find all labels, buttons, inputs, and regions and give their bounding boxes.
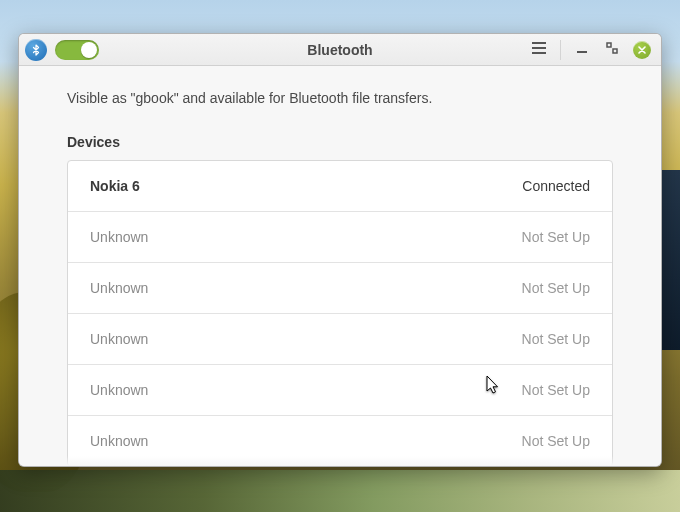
visibility-description: Visible as "gbook" and available for Blu…: [67, 90, 613, 106]
device-list: Nokia 6ConnectedUnknownNot Set UpUnknown…: [67, 160, 613, 466]
hamburger-icon: [532, 42, 546, 57]
hamburger-menu-button[interactable]: [526, 38, 552, 62]
device-name: Unknown: [90, 280, 148, 296]
separator: [560, 40, 561, 60]
svg-rect-2: [613, 49, 617, 53]
device-name: Unknown: [90, 229, 148, 245]
device-row[interactable]: UnknownNot Set Up: [68, 263, 612, 314]
device-name: Nokia 6: [90, 178, 140, 194]
maximize-icon: [606, 42, 618, 57]
device-row[interactable]: UnknownNot Set Up: [68, 416, 612, 466]
content-area: Visible as "gbook" and available for Blu…: [19, 66, 661, 466]
devices-heading: Devices: [67, 134, 613, 150]
device-name: Unknown: [90, 331, 148, 347]
bluetooth-toggle[interactable]: [55, 40, 99, 60]
maximize-button[interactable]: [599, 38, 625, 62]
minimize-button[interactable]: [569, 38, 595, 62]
titlebar-right-group: [526, 38, 655, 62]
device-status: Not Set Up: [522, 280, 590, 296]
toggle-knob: [81, 42, 97, 58]
device-row[interactable]: Nokia 6Connected: [68, 161, 612, 212]
device-row[interactable]: UnknownNot Set Up: [68, 365, 612, 416]
svg-rect-0: [577, 51, 587, 53]
bluetooth-icon: [25, 39, 47, 61]
svg-rect-1: [607, 43, 611, 47]
device-name: Unknown: [90, 382, 148, 398]
minimize-icon: [576, 42, 588, 57]
wallpaper-decoration: [0, 470, 680, 512]
device-name: Unknown: [90, 433, 148, 449]
device-status: Not Set Up: [522, 331, 590, 347]
device-row[interactable]: UnknownNot Set Up: [68, 212, 612, 263]
close-button[interactable]: [629, 38, 655, 62]
close-icon: [633, 41, 651, 59]
device-status: Not Set Up: [522, 229, 590, 245]
device-status: Connected: [522, 178, 590, 194]
titlebar: Bluetooth: [19, 34, 661, 66]
device-status: Not Set Up: [522, 382, 590, 398]
device-row[interactable]: UnknownNot Set Up: [68, 314, 612, 365]
device-status: Not Set Up: [522, 433, 590, 449]
bluetooth-settings-window: Bluetooth: [18, 33, 662, 467]
